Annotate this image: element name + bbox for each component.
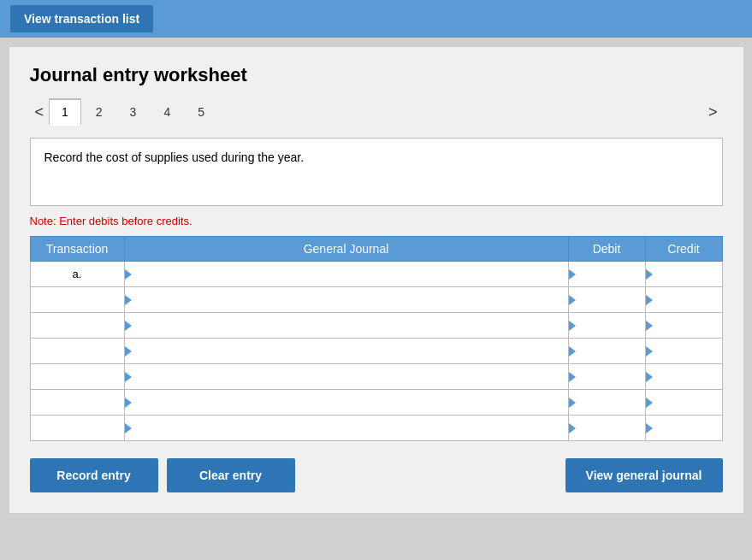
cell-indicator-debit-5 — [569, 398, 576, 408]
note-text: Note: Enter debits before credits. — [30, 215, 723, 227]
credit-input-0[interactable] — [656, 262, 722, 286]
debit-cell-3[interactable] — [568, 339, 645, 364]
cell-indicator-gj-2 — [125, 321, 132, 331]
table-row — [30, 390, 722, 416]
general-journal-input-3[interactable] — [135, 339, 568, 363]
cell-indicator-credit-3 — [646, 346, 653, 357]
credit-input-3[interactable] — [656, 339, 722, 363]
credit-cell-0[interactable] — [645, 262, 722, 287]
debit-cell-5[interactable] — [568, 390, 645, 416]
transaction-cell-3 — [30, 339, 124, 364]
cell-indicator-debit-2 — [569, 321, 576, 331]
debit-input-4[interactable] — [579, 364, 645, 389]
general-journal-cell-4[interactable] — [124, 364, 568, 390]
transaction-cell-5 — [30, 390, 124, 416]
debit-input-5[interactable] — [579, 390, 645, 415]
debit-cell-0[interactable] — [568, 262, 645, 287]
debit-input-1[interactable] — [579, 287, 645, 312]
tab-5[interactable]: 5 — [185, 99, 217, 125]
tab-1[interactable]: 1 — [49, 98, 81, 126]
general-journal-cell-0[interactable] — [124, 262, 568, 287]
general-journal-input-0[interactable] — [135, 262, 568, 286]
table-row — [30, 287, 722, 313]
col-header-credit: Credit — [645, 237, 722, 262]
cell-indicator-credit-1 — [646, 295, 653, 305]
credit-cell-2[interactable] — [645, 313, 722, 339]
transaction-cell-6 — [30, 416, 124, 441]
cell-indicator-debit-1 — [569, 295, 576, 305]
debit-cell-1[interactable] — [568, 287, 645, 313]
credit-cell-1[interactable] — [645, 287, 722, 313]
cell-indicator-credit-6 — [646, 423, 653, 433]
table-row — [30, 364, 722, 390]
credit-cell-3[interactable] — [645, 339, 722, 364]
transaction-cell-4 — [30, 364, 124, 390]
tab-4[interactable]: 4 — [151, 99, 183, 125]
transaction-cell-2 — [30, 313, 124, 339]
credit-cell-6[interactable] — [645, 416, 722, 441]
general-journal-cell-5[interactable] — [124, 390, 568, 416]
cell-indicator-gj-1 — [125, 295, 132, 305]
transaction-cell-0: a. — [30, 262, 124, 287]
tab-2[interactable]: 2 — [83, 99, 115, 125]
general-journal-cell-6[interactable] — [124, 416, 568, 441]
tabs-container: < 1 2 3 4 5 > — [30, 98, 723, 126]
debit-input-3[interactable] — [579, 339, 645, 363]
cell-indicator-gj-3 — [125, 346, 132, 357]
cell-indicator-gj-4 — [125, 372, 132, 382]
debit-cell-2[interactable] — [568, 313, 645, 339]
general-journal-input-4[interactable] — [135, 364, 568, 389]
view-general-journal-button[interactable]: View general journal — [565, 458, 723, 492]
cell-indicator-gj-0 — [125, 269, 132, 280]
debit-input-6[interactable] — [579, 416, 645, 440]
tab-3[interactable]: 3 — [117, 99, 150, 125]
general-journal-input-6[interactable] — [135, 416, 568, 440]
credit-input-6[interactable] — [656, 416, 722, 440]
prev-tab-button[interactable]: < — [30, 100, 50, 125]
general-journal-input-5[interactable] — [135, 390, 568, 415]
cell-indicator-credit-2 — [646, 321, 653, 331]
general-journal-cell-1[interactable] — [124, 287, 568, 313]
view-transaction-button[interactable]: View transaction list — [10, 5, 153, 32]
clear-entry-button[interactable]: Clear entry — [167, 458, 295, 492]
credit-cell-4[interactable] — [645, 364, 722, 390]
description-text: Record the cost of supplies used during … — [44, 150, 305, 164]
table-row — [30, 339, 722, 364]
cell-indicator-gj-6 — [125, 423, 132, 433]
record-entry-button[interactable]: Record entry — [30, 458, 158, 492]
credit-input-5[interactable] — [656, 390, 722, 415]
general-journal-input-2[interactable] — [135, 313, 568, 338]
col-header-transaction: Transaction — [30, 237, 124, 262]
credit-input-2[interactable] — [656, 313, 722, 338]
debit-cell-6[interactable] — [568, 416, 645, 441]
transaction-cell-1 — [30, 287, 124, 313]
credit-cell-5[interactable] — [645, 390, 722, 416]
col-header-debit: Debit — [568, 237, 645, 262]
credit-input-4[interactable] — [656, 364, 722, 389]
table-row — [30, 416, 722, 441]
cell-indicator-debit-3 — [569, 346, 576, 357]
main-container: Journal entry worksheet < 1 2 3 4 5 > Re… — [9, 46, 744, 514]
general-journal-input-1[interactable] — [135, 287, 568, 312]
credit-input-1[interactable] — [656, 287, 722, 312]
general-journal-cell-3[interactable] — [124, 339, 568, 364]
table-row — [30, 313, 722, 339]
debit-cell-4[interactable] — [568, 364, 645, 390]
cell-indicator-gj-5 — [125, 398, 132, 408]
next-tab-button[interactable]: > — [703, 100, 723, 125]
top-bar: View transaction list — [0, 0, 752, 38]
description-box: Record the cost of supplies used during … — [30, 138, 723, 206]
cell-indicator-credit-0 — [646, 269, 653, 280]
cell-indicator-debit-4 — [569, 372, 576, 382]
col-header-general-journal: General Journal — [124, 237, 568, 262]
debit-input-0[interactable] — [579, 262, 645, 286]
debit-input-2[interactable] — [579, 313, 645, 338]
worksheet-title: Journal entry worksheet — [30, 64, 723, 86]
cell-indicator-credit-4 — [646, 372, 653, 382]
cell-indicator-debit-6 — [569, 423, 576, 433]
buttons-row: Record entry Clear entry View general jo… — [30, 458, 723, 492]
cell-indicator-debit-0 — [569, 269, 576, 280]
general-journal-cell-2[interactable] — [124, 313, 568, 339]
journal-table: Transaction General Journal Debit Credit… — [30, 236, 723, 441]
cell-indicator-credit-5 — [646, 398, 653, 408]
